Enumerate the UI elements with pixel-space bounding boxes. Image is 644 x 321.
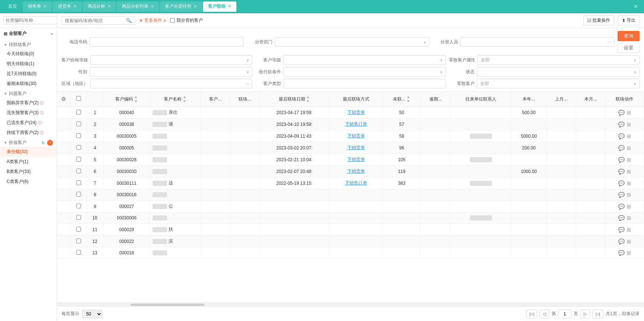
export-btn[interactable]: ⬆ 导出 — [618, 15, 640, 25]
tab-analysis-close[interactable]: ✕ — [108, 4, 111, 9]
message-action-icon[interactable]: 💬 — [618, 133, 624, 139]
section-pending-contact[interactable]: ▼ 待联络客户 — [0, 40, 57, 49]
my-customers-checkbox[interactable] — [170, 18, 175, 23]
tab-analysis-list-close[interactable]: ✕ — [151, 4, 154, 9]
row-checkbox[interactable] — [76, 239, 81, 243]
sidebar-item-ungroup[interactable]: 未分组(32) — [0, 147, 57, 157]
message-action-icon[interactable]: 💬 — [618, 204, 624, 209]
message-action-icon[interactable]: 💬 — [618, 180, 624, 186]
filter-search-icon[interactable]: 🔍 — [126, 18, 132, 23]
overdue-col-header[interactable]: 逾期... — [421, 92, 450, 107]
message-action-icon[interactable]: 💬 — [618, 145, 624, 151]
sidebar-item-class-b[interactable]: B类客户(33) — [0, 167, 57, 177]
message-action-icon[interactable]: 💬 — [618, 227, 624, 233]
last-method-link[interactable]: 下销售订单 — [345, 180, 367, 186]
tab-sales-close[interactable]: ✕ — [43, 4, 47, 9]
row-checkbox[interactable] — [76, 145, 81, 150]
grid-action-icon[interactable]: ⊞ — [627, 180, 631, 186]
tab-customer-segment-close[interactable]: ✕ — [194, 4, 197, 9]
name-col-header[interactable]: 客户名称 ▲▼ — [150, 92, 201, 107]
sidebar-collapse-icon[interactable]: « — [50, 31, 53, 36]
page-input[interactable] — [558, 310, 571, 318]
grid-action-icon[interactable]: ⊞ — [627, 204, 631, 209]
contact-col-header[interactable]: 联络... — [230, 92, 260, 107]
grid-action-icon[interactable]: ⊞ — [627, 157, 631, 163]
section-value-customer[interactable]: ▼ 价值客户 ↻ ! — [0, 138, 57, 147]
sidebar-item-today[interactable]: 今天待联络(0) — [0, 49, 57, 59]
sidebar-item-class-a[interactable]: A类客户(1) — [0, 157, 57, 167]
select-all-checkbox[interactable] — [76, 96, 81, 101]
section-problem-customer[interactable]: ▼ 问题客户 — [0, 89, 57, 98]
row-checkbox[interactable] — [76, 110, 81, 114]
grid-action-icon[interactable]: ⊞ — [627, 227, 631, 233]
row-checkbox[interactable] — [76, 250, 81, 255]
last-page-btn[interactable]: ▷| — [592, 310, 603, 318]
sidebar-item-hoarding[interactable]: 囤购异常客户(2) ⓘ — [0, 98, 57, 108]
first-page-btn[interactable]: |◁ — [526, 310, 537, 318]
per-page-select[interactable]: 50 100 200 — [82, 310, 102, 318]
tab-analysis[interactable]: 商品分析 ✕ — [82, 1, 116, 12]
last-method-link[interactable]: 下销售订单 — [345, 121, 367, 127]
type-col-header[interactable]: 客户... — [201, 92, 230, 107]
region-select[interactable]: ··· — [90, 79, 252, 88]
grid-action-icon[interactable]: ⊞ — [627, 239, 631, 244]
tab-home[interactable]: 首页 — [3, 1, 22, 12]
grid-action-icon[interactable]: ⊞ — [627, 215, 631, 221]
phone-input[interactable] — [89, 37, 244, 47]
last-method-link[interactable]: 下销货单 — [347, 110, 365, 115]
sidebar-item-overdue[interactable]: 逾期未联络(30) — [0, 79, 57, 89]
price-level-select[interactable]: ∨ — [90, 55, 252, 65]
grid-action-icon[interactable]: ⊞ — [627, 192, 631, 198]
window-close-btn[interactable]: ✕ — [630, 3, 641, 10]
message-action-icon[interactable]: 💬 — [618, 250, 624, 256]
row-checkbox[interactable] — [76, 215, 81, 220]
last-method-link[interactable]: 下销货单 — [347, 145, 365, 150]
message-action-icon[interactable]: 💬 — [618, 157, 624, 163]
gender-select[interactable]: ∨ — [89, 67, 252, 77]
row-checkbox[interactable] — [76, 192, 81, 197]
manager-select[interactable]: ··· — [460, 37, 615, 47]
message-action-icon[interactable]: 💬 — [618, 169, 624, 174]
tab-purchase-close[interactable]: ✕ — [73, 4, 77, 9]
tab-customer-contact-close[interactable]: ✕ — [228, 4, 231, 9]
row-checkbox[interactable] — [76, 180, 81, 185]
last-method-link[interactable]: 下销货单 — [347, 169, 365, 174]
row-checkbox[interactable] — [76, 227, 81, 232]
query-btn[interactable]: 查询 — [617, 31, 640, 41]
message-action-icon[interactable]: 💬 — [618, 239, 624, 244]
next-page-btn[interactable]: ▷ — [580, 310, 590, 318]
prev-page-btn[interactable]: ◁ — [539, 310, 549, 318]
last-month-col-header[interactable]: 上月... — [546, 92, 576, 107]
row-checkbox[interactable] — [76, 133, 81, 138]
sidebar-item-churned[interactable]: 已流失客户(24) ⓘ — [0, 118, 57, 128]
sidebar-all-customers[interactable]: ⊞ 全部客户 « — [0, 28, 57, 40]
tab-sales[interactable]: 销售单 ✕ — [23, 1, 52, 12]
sidebar-item-class-c[interactable]: C类客户(6) — [0, 177, 57, 187]
grid-action-icon[interactable]: ⊞ — [627, 145, 631, 151]
sidebar-item-churn-warning[interactable]: 流失预警客户(3) ⓘ — [0, 108, 57, 118]
row-checkbox[interactable] — [76, 169, 81, 173]
tab-analysis-list[interactable]: 商品分析列表 ✕ — [117, 1, 159, 12]
tab-purchase[interactable]: 进货单 ✕ — [53, 1, 82, 12]
settings-col-header[interactable]: ⚙ — [57, 92, 70, 107]
retail-customer-select[interactable]: 全部 ∨ — [477, 79, 640, 88]
tab-customer-segment[interactable]: 客户分层经营 ✕ — [160, 1, 202, 12]
this-year-col-header[interactable]: 本年... — [511, 92, 546, 107]
message-action-icon[interactable]: 💬 — [618, 215, 624, 221]
row-checkbox[interactable] — [76, 121, 81, 126]
settings-icon[interactable]: ⚙ — [61, 96, 66, 102]
tab-customer-contact[interactable]: 客户联络 ✕ — [203, 1, 236, 12]
this-month-col-header[interactable]: 本月... — [576, 92, 605, 107]
grid-action-icon[interactable]: ⊞ — [627, 250, 631, 256]
sidebar-item-declining[interactable]: 持续下滑客户(2) ⓘ — [0, 128, 57, 138]
grid-action-icon[interactable]: ⊞ — [627, 110, 631, 116]
batch-op-btn[interactable]: ☑ 批量操作 — [583, 15, 614, 25]
dept-select[interactable]: ∨ — [275, 37, 429, 47]
sidebar-item-tomorrow[interactable]: 明天待联络(1) — [0, 59, 57, 69]
last-date-col-header[interactable]: 最后联络日期 ▲▼ — [260, 92, 329, 107]
grid-action-icon[interactable]: ⊞ — [627, 133, 631, 139]
status-select[interactable]: ∨ — [477, 67, 640, 77]
reset-btn[interactable]: 设置 — [617, 43, 640, 53]
payment-select[interactable]: ∨ — [283, 67, 446, 77]
sidebar-item-7days[interactable]: 近7天待联络(0) — [0, 69, 57, 79]
